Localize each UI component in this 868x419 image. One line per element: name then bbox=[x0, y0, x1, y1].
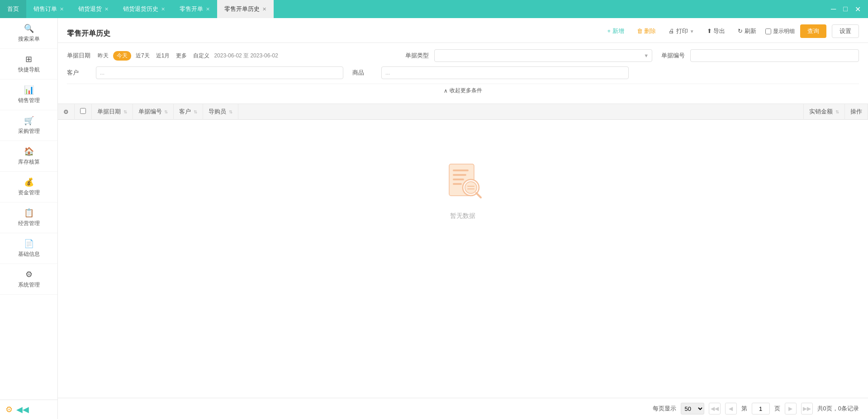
finance-icon: 💰 bbox=[24, 177, 34, 187]
svg-rect-4 bbox=[453, 183, 462, 185]
sales-mgmt-icon: 📊 bbox=[24, 85, 34, 95]
sidebar-item-system-mgmt[interactable]: ⚙ 系统管理 bbox=[0, 264, 57, 295]
th-customer[interactable]: 客户 ⇅ bbox=[174, 104, 203, 120]
bill-number-input[interactable] bbox=[690, 49, 859, 62]
tab-retail-open[interactable]: 零售开单 ✕ bbox=[172, 0, 217, 18]
prev-page-button[interactable]: ◀ bbox=[725, 403, 737, 414]
customer-filter-item: 客户 ... bbox=[67, 66, 343, 79]
th-salesperson[interactable]: 导购员 ⇅ bbox=[203, 104, 238, 120]
tab-retail-open-history[interactable]: 零售开单历史 ✕ bbox=[217, 0, 274, 18]
customer-label: 客户 bbox=[67, 69, 92, 77]
product-input[interactable]: ... bbox=[381, 66, 629, 79]
pagination: 每页显示 50 10 20 100 ◀◀ ◀ 第 页 ▶ ▶▶ 共0页，0条记录 bbox=[58, 398, 868, 419]
total-records-text: 共0页，0条记录 bbox=[817, 405, 859, 413]
page-input[interactable] bbox=[752, 403, 770, 414]
minimize-button[interactable]: ─ bbox=[829, 3, 838, 15]
svg-point-6 bbox=[465, 182, 477, 193]
sidebar-search[interactable]: 🔍 搜索采单 bbox=[0, 18, 57, 49]
bill-type-label: 单据类型 bbox=[405, 52, 431, 60]
display-detail-checkbox-label[interactable]: 显示明细 bbox=[765, 28, 795, 35]
sidebar-item-operations[interactable]: 📋 经营管理 bbox=[0, 202, 57, 233]
print-button[interactable]: 🖨 打印 ▼ bbox=[665, 25, 698, 37]
th-bill-date[interactable]: 单据日期 ⇅ bbox=[92, 104, 133, 120]
toolbar: + 新增 🗑 删除 🖨 打印 ▼ ⬆ 导出 ↻ 刷新 显示明细 bbox=[603, 24, 859, 42]
close-tab-retail-open-history[interactable]: ✕ bbox=[262, 6, 266, 12]
sort-actual-amount-icon: ⇅ bbox=[835, 109, 839, 114]
sidebar-gear-button[interactable]: ⚙ bbox=[5, 405, 13, 414]
sidebar: 🔍 搜索采单 ⊞ 快捷导航 📊 销售管理 🛒 采购管理 🏠 库存核算 💰 资金管… bbox=[0, 18, 58, 419]
sidebar-item-finance[interactable]: 💰 资金管理 bbox=[0, 172, 57, 202]
per-page-select[interactable]: 50 10 20 100 bbox=[681, 403, 704, 414]
close-window-button[interactable]: ✕ bbox=[853, 3, 863, 15]
select-all-checkbox[interactable] bbox=[80, 108, 86, 114]
quick-nav-icon: ⊞ bbox=[25, 54, 32, 64]
top-bar: 首页 销售订单 ✕ 销货退货 ✕ 销货退货历史 ✕ 零售开单 ✕ 零售开单历史 … bbox=[0, 0, 868, 18]
sidebar-item-basic-info[interactable]: 📄 基础信息 bbox=[0, 233, 57, 264]
export-button[interactable]: ⬆ 导出 bbox=[703, 25, 729, 37]
date-btn-today[interactable]: 今天 bbox=[113, 51, 131, 61]
date-filter-label: 单据日期 bbox=[67, 52, 92, 60]
sort-salesperson-icon: ⇅ bbox=[229, 109, 232, 114]
sidebar-item-inventory[interactable]: 🏠 库存核算 bbox=[0, 141, 57, 172]
th-bill-number[interactable]: 单据编号 ⇅ bbox=[133, 104, 174, 120]
tab-sales-return[interactable]: 销货退货 ✕ bbox=[71, 0, 116, 18]
display-detail-checkbox[interactable] bbox=[765, 28, 771, 34]
collapse-more-button[interactable]: ∧ 收起更多条件 bbox=[67, 84, 859, 97]
date-btn-more[interactable]: 更多 bbox=[174, 51, 189, 61]
bill-type-filter-item: 单据类型 ▼ bbox=[405, 49, 652, 62]
sidebar-item-purchase-mgmt[interactable]: 🛒 采购管理 bbox=[0, 110, 57, 141]
query-button[interactable]: 查询 bbox=[800, 24, 826, 38]
collapse-icon: ∧ bbox=[444, 88, 448, 94]
per-page-label: 每页显示 bbox=[653, 405, 676, 413]
first-page-button[interactable]: ◀◀ bbox=[709, 403, 721, 414]
sidebar-item-sales-mgmt[interactable]: 📊 销售管理 bbox=[0, 80, 57, 110]
svg-line-7 bbox=[476, 193, 481, 198]
date-filter-item: 单据日期 昨天 今天 近7天 近1月 更多 自定义 2023-06-02 至 2… bbox=[67, 51, 396, 61]
refresh-button[interactable]: ↻ 刷新 bbox=[734, 25, 760, 37]
tab-home[interactable]: 首页 bbox=[0, 0, 26, 18]
svg-rect-1 bbox=[453, 169, 469, 171]
settings-button[interactable]: 设置 bbox=[832, 24, 859, 38]
close-tab-sales-return[interactable]: ✕ bbox=[104, 6, 109, 12]
date-btn-custom[interactable]: 自定义 bbox=[191, 51, 211, 61]
purchase-mgmt-icon: 🛒 bbox=[24, 116, 34, 126]
th-operation: 操作 bbox=[845, 104, 868, 120]
th-checkbox[interactable] bbox=[75, 104, 92, 120]
date-btn-1month[interactable]: 近1月 bbox=[154, 51, 172, 61]
data-table: ⚙ 单据日期 ⇅ 单据编号 ⇅ 客户 bbox=[58, 104, 868, 251]
page-suffix: 页 bbox=[774, 405, 780, 413]
product-label: 商品 bbox=[352, 69, 378, 77]
window-controls: ─ □ ✕ bbox=[829, 3, 868, 15]
close-tab-sales-order[interactable]: ✕ bbox=[60, 6, 64, 12]
page-label: 第 bbox=[741, 405, 747, 413]
tab-sales-return-history[interactable]: 销货退货历史 ✕ bbox=[116, 0, 172, 18]
svg-rect-3 bbox=[453, 179, 464, 180]
table-header-row: ⚙ 单据日期 ⇅ 单据编号 ⇅ 客户 bbox=[58, 104, 868, 120]
date-btn-yesterday[interactable]: 昨天 bbox=[96, 51, 110, 61]
close-tab-retail-open[interactable]: ✕ bbox=[206, 6, 210, 12]
filter-row-2: 客户 ... 商品 ... bbox=[67, 66, 859, 79]
svg-rect-2 bbox=[453, 174, 466, 176]
close-tab-sales-return-history[interactable]: ✕ bbox=[161, 6, 165, 12]
empty-state-text: 暂无数据 bbox=[450, 212, 475, 220]
tab-sales-order[interactable]: 销售订单 ✕ bbox=[26, 0, 71, 18]
print-dropdown-icon[interactable]: ▼ bbox=[690, 29, 694, 34]
next-page-button[interactable]: ▶ bbox=[785, 403, 797, 414]
page-header: 零售开单历史 + 新增 🗑 删除 🖨 打印 ▼ ⬆ 导出 ↻ 刷新 bbox=[58, 18, 868, 43]
product-filter-item: 商品 ... bbox=[352, 66, 629, 79]
last-page-button[interactable]: ▶▶ bbox=[801, 403, 813, 414]
sidebar-collapse-button[interactable]: ◀◀ bbox=[16, 405, 29, 414]
table-body: 暂无数据 bbox=[58, 120, 868, 251]
th-actual-amount[interactable]: 实销金额 ⇅ bbox=[804, 104, 845, 120]
bill-type-select[interactable] bbox=[434, 49, 652, 62]
bill-number-label: 单据编号 bbox=[661, 52, 687, 60]
search-icon: 🔍 bbox=[24, 24, 34, 33]
sidebar-item-quick-nav[interactable]: ⊞ 快捷导航 bbox=[0, 49, 57, 80]
delete-button[interactable]: 🗑 删除 bbox=[633, 25, 660, 37]
th-settings[interactable]: ⚙ bbox=[58, 104, 75, 120]
customer-input[interactable]: ... bbox=[96, 66, 343, 79]
add-button[interactable]: + 新增 bbox=[603, 25, 627, 37]
bill-number-filter-item: 单据编号 bbox=[661, 49, 859, 62]
date-btn-7days[interactable]: 近7天 bbox=[134, 51, 152, 61]
maximize-button[interactable]: □ bbox=[841, 3, 849, 15]
